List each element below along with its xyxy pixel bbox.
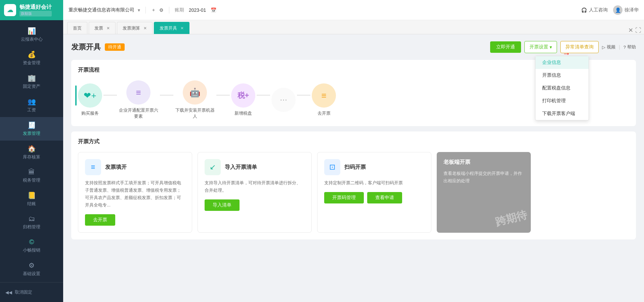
settings-btn[interactable]: 开票设置 ▾ bbox=[524, 41, 557, 53]
settings-btn[interactable]: ⚙ bbox=[159, 7, 164, 13]
step1-label: 购买服务 bbox=[81, 110, 99, 116]
dropdown-icon[interactable]: ▾ bbox=[138, 7, 140, 13]
heart-plus-icon: ❤+ bbox=[84, 90, 96, 101]
sidebar-label: 税务管理 bbox=[23, 177, 40, 183]
sidebar-item-settlement[interactable]: 📒 结账 bbox=[0, 187, 63, 211]
question-icon: ? bbox=[624, 45, 626, 50]
tab-invoice-close[interactable]: ✕ bbox=[106, 26, 110, 31]
header-divider bbox=[145, 7, 146, 13]
calendar-icon[interactable]: 📅 bbox=[211, 7, 216, 13]
salary-icon: 👥 bbox=[28, 98, 36, 106]
scan-card-title: 扫码开票 bbox=[344, 164, 366, 171]
sidebar-unpin[interactable]: ◀◀ 取消固定 bbox=[0, 286, 63, 299]
dropdown-printer[interactable]: 打印机管理 bbox=[535, 95, 589, 107]
dropdown-invoice-info[interactable]: 开票信息 bbox=[535, 69, 589, 82]
dropdown-menu: → 企业信息 开票信息 配置税盘信息 打印机管理 bbox=[535, 56, 589, 120]
tab-invoice[interactable]: 发票 ✕ bbox=[89, 22, 116, 34]
tab-home-label: 首页 bbox=[73, 25, 82, 31]
step3-label: 下载并安装开票机器人 bbox=[175, 107, 215, 119]
scan-manage-btn[interactable]: 开票码管理 bbox=[324, 192, 364, 203]
sidebar-label: 库存核算 bbox=[23, 154, 40, 160]
activate-btn[interactable]: 立即开通 bbox=[490, 41, 521, 53]
dropdown-download-client[interactable]: 下载开票客户端 bbox=[535, 107, 589, 120]
manual-card-desc: 支持按照发票样式手工填开发票；可开具增值税电子普通发票、增值税普通发票、增值税专… bbox=[85, 179, 185, 209]
flow-step-4: 税+ 新增税盘 bbox=[231, 83, 255, 116]
header-right: 🎧 人工咨询 👤 徐泽华 bbox=[581, 5, 639, 15]
sidebar-item-cloud-report[interactable]: 📊 云报表中心 bbox=[0, 23, 63, 46]
unpin-label: 取消固定 bbox=[15, 289, 32, 295]
step-final-icon-circle: ≡ bbox=[312, 83, 336, 108]
page-header: 发票开具 待开通 立即开通 开票设置 ▾ 异常清单查询 ▷ 视频 | ? bbox=[71, 41, 636, 53]
video-btn[interactable]: ▷ 视频 bbox=[602, 44, 615, 50]
dropdown-company-info[interactable]: 企业信息 bbox=[535, 56, 589, 69]
tab-invoice-calc-close[interactable]: ✕ bbox=[143, 26, 147, 31]
method-card-boss: 老板端开票 查看老板端小程序提交的开票申请，并作出相应的处理 跨期待 bbox=[437, 152, 531, 233]
red-arrow-icon: → bbox=[562, 49, 570, 58]
method-section-title: 开票方式 bbox=[78, 138, 629, 145]
method-card-import: ↙ 导入开票清单 支持导入待开票清单，可对待开票清单进行拆分、合并处理。 导入清… bbox=[198, 152, 312, 233]
username: 徐泽华 bbox=[625, 7, 639, 13]
inventory-icon: 🏠 bbox=[28, 145, 36, 153]
help-btn[interactable]: ? 帮助 bbox=[624, 44, 636, 50]
avatar: 👤 bbox=[613, 5, 622, 15]
tab-invoice-open-close[interactable]: ✕ bbox=[180, 26, 184, 31]
gear-icon: ⚙ bbox=[159, 7, 164, 13]
tab-invoice-calc-label: 发票测算 bbox=[123, 25, 140, 31]
logo-badge: 旗舰版 bbox=[19, 11, 52, 16]
page-title: 发票开具 bbox=[71, 42, 101, 52]
tab-invoice-calc[interactable]: 发票测算 ✕ bbox=[117, 22, 153, 34]
dropdown-tax-config[interactable]: 配置税盘信息 bbox=[535, 82, 589, 95]
sidebar-item-salary[interactable]: 👥 工资 bbox=[0, 93, 63, 117]
import-btn[interactable]: 导入清单 bbox=[205, 199, 240, 211]
flow-step-final: ≡ 去开票 bbox=[312, 83, 336, 116]
maximize-btn[interactable]: ⛶ bbox=[635, 27, 641, 34]
user-section[interactable]: 👤 徐泽华 bbox=[613, 5, 639, 15]
fixed-assets-icon: 🏢 bbox=[28, 74, 36, 82]
header-divider2 bbox=[169, 7, 169, 13]
sidebar-item-archive[interactable]: 🗂 归档管理 bbox=[0, 211, 63, 234]
robot-icon: 🤖 bbox=[189, 87, 200, 98]
step2-label: 企业开通配置开票六要素 bbox=[118, 107, 159, 119]
sidebar-item-tax[interactable]: 🏛 税务管理 bbox=[0, 164, 63, 187]
flow-step-2: ≡ 企业开通配置开票六要素 bbox=[118, 80, 159, 119]
sidebar-item-invoice[interactable]: 🧾 发票管理 bbox=[0, 117, 63, 141]
import-card-desc: 支持导入待开票清单，可对待开票清单进行拆分、合并处理。 bbox=[205, 179, 305, 194]
sidebar-item-guide[interactable]: ▶ 新手引导 bbox=[0, 281, 63, 282]
tab-invoice-label: 发票 bbox=[94, 25, 103, 31]
sidebar-bottom: ◀◀ 取消固定 bbox=[0, 282, 63, 302]
add-company-btn[interactable]: ＋ bbox=[151, 7, 156, 13]
sidebar-item-inventory[interactable]: 🏠 库存核算 bbox=[0, 141, 63, 164]
boss-card-title: 老板端开票 bbox=[443, 159, 524, 166]
sidebar-logo: ☁ 畅捷通好会计 旗舰版 bbox=[0, 0, 63, 20]
sidebar-item-report[interactable]: © 小畅报销 bbox=[0, 234, 63, 257]
status-badge: 待开通 bbox=[105, 43, 125, 51]
logo-name: 畅捷通好会计 bbox=[19, 4, 52, 10]
tax-icon2: 税+ bbox=[238, 90, 249, 101]
import-card-title: 导入开票清单 bbox=[225, 164, 257, 171]
tab-home[interactable]: 首页 bbox=[67, 22, 87, 34]
logo-icon: ☁ bbox=[4, 4, 16, 16]
sidebar-item-fund[interactable]: 💰 资金管理 bbox=[0, 46, 63, 70]
sidebar-label: 发票管理 bbox=[23, 130, 40, 137]
sidebar-nav: 📊 云报表中心 💰 资金管理 🏢 固定资产 👥 工资 🧾 发票管理 🏠 库存核算… bbox=[0, 20, 63, 282]
step-divider-1 bbox=[103, 95, 117, 96]
import-card-icon: ↙ bbox=[205, 159, 221, 175]
plus-icon: ＋ bbox=[151, 7, 156, 13]
headset-icon: 🎧 bbox=[581, 7, 587, 13]
service-section[interactable]: 🎧 人工咨询 bbox=[581, 7, 608, 13]
sidebar-item-settings[interactable]: ⚙ 基础设置 bbox=[0, 257, 63, 281]
watermark-text: 跨期待 bbox=[494, 207, 529, 230]
settlement-icon: 📒 bbox=[28, 191, 36, 199]
sidebar-item-fixed-assets[interactable]: 🏢 固定资产 bbox=[0, 70, 63, 93]
flow-step-1: ❤+ 购买服务 bbox=[78, 83, 102, 116]
close-tab-btn[interactable]: ✕ bbox=[628, 27, 633, 34]
method-card-manual: ≡ 发票填开 支持按照发票样式手工填开发票；可开具增值税电子普通发票、增值税普通… bbox=[78, 152, 192, 233]
scan-apply-btn[interactable]: 查看申请 bbox=[367, 192, 402, 203]
sidebar-label: 基础设置 bbox=[23, 271, 40, 277]
settings-label: 开票设置 bbox=[529, 44, 548, 50]
manual-go-btn[interactable]: 去开票 bbox=[85, 214, 115, 226]
step-divider-4 bbox=[257, 95, 270, 96]
method-card-scan: ⊡ 扫码开票 支持定制开票二维码，客户端可扫码开票 开票码管理 查看申请 bbox=[317, 152, 431, 233]
tax-icon: 🏛 bbox=[28, 168, 35, 176]
tab-invoice-open[interactable]: 发票开具 ✕ bbox=[154, 22, 189, 34]
